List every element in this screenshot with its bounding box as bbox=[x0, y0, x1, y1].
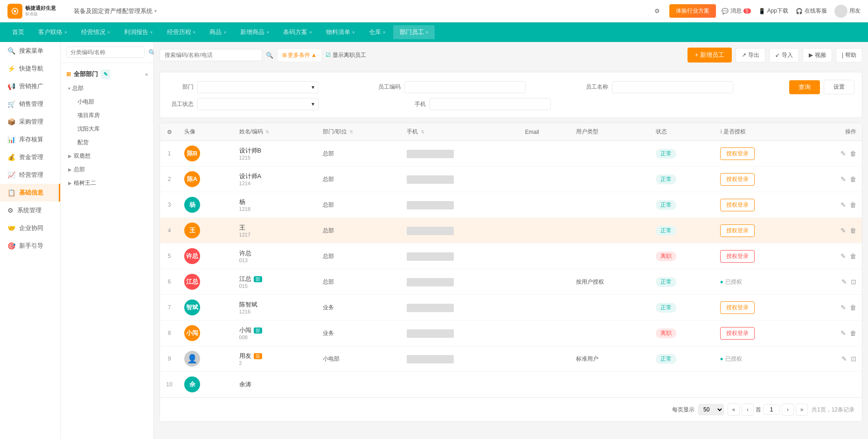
set-button[interactable]: 设置 bbox=[824, 80, 854, 94]
tab-history[interactable]: 经营历程 × bbox=[160, 25, 202, 39]
tab-department-close[interactable]: × bbox=[426, 30, 429, 35]
sidebar-item-collab[interactable]: 🤝 企业协同 bbox=[0, 219, 60, 237]
tree-node-shenyang[interactable]: 沈阳大库 bbox=[61, 122, 153, 136]
tab-barcode-close[interactable]: × bbox=[309, 30, 312, 35]
edit-icon-1[interactable]: ✎ bbox=[840, 150, 846, 157]
sidebar-item-nav[interactable]: ⚡ 快捷导航 bbox=[0, 60, 60, 77]
delete-icon-2[interactable]: 🗑 bbox=[850, 175, 856, 183]
name-sort-icon[interactable]: ⇅ bbox=[265, 129, 269, 134]
sidebar-item-search[interactable]: 🔍 搜索菜单 bbox=[0, 42, 60, 60]
auth-btn-2[interactable]: 授权登录 bbox=[720, 173, 755, 186]
prev-page-btn[interactable]: ‹ bbox=[742, 404, 754, 416]
tab-home[interactable]: 首页 bbox=[6, 25, 31, 39]
tree-node-shuangluxiang[interactable]: ▶ 双鹿想 bbox=[61, 149, 153, 163]
export-button[interactable]: ↗ 导出 bbox=[736, 48, 765, 63]
tab-operations[interactable]: 经营情况 × bbox=[75, 25, 117, 39]
auth-btn-8[interactable]: 授权登录 bbox=[720, 327, 755, 340]
sidebar-item-marketing[interactable]: 📢 营销推广 bbox=[0, 77, 60, 95]
page-size-select[interactable]: 50 20 100 bbox=[698, 404, 724, 415]
tree-node-zhishu[interactable]: ▶ 植树王二 bbox=[61, 176, 153, 190]
edit-icon-8[interactable]: ✎ bbox=[840, 329, 846, 337]
tree-all-dept[interactable]: ⊞ 全部部门 ✎ « bbox=[61, 67, 153, 82]
tab-warehouse[interactable]: 仓库 × bbox=[362, 25, 392, 39]
edit-icon-5[interactable]: ✎ bbox=[840, 252, 846, 260]
tab-profit-close[interactable]: × bbox=[150, 30, 153, 35]
tab-add-goods-close[interactable]: × bbox=[266, 30, 269, 35]
tab-barcode[interactable]: 条码方案 × bbox=[277, 25, 319, 39]
system-title-dropdown[interactable]: ▾ bbox=[154, 8, 157, 14]
tab-goods-close[interactable]: × bbox=[223, 30, 226, 35]
tab-bom[interactable]: 物料清单 × bbox=[319, 25, 361, 39]
page-number-input[interactable] bbox=[763, 404, 780, 415]
tree-node-headquarters[interactable]: ▾ 总部 bbox=[61, 82, 153, 95]
copy-icon-6[interactable]: ⊡ bbox=[851, 278, 856, 286]
tree-node-small-elec[interactable]: 小电部 bbox=[61, 95, 153, 109]
auth-btn-7[interactable]: 授权登录 bbox=[720, 301, 755, 314]
edit-icon-4[interactable]: ✎ bbox=[840, 227, 846, 234]
show-resigned-toggle[interactable]: ☑ 显示离职员工 bbox=[326, 51, 366, 59]
phone-sort-icon[interactable]: ⇅ bbox=[421, 129, 424, 134]
employee-name-input[interactable] bbox=[612, 81, 733, 93]
phone-input[interactable] bbox=[430, 98, 551, 110]
add-employee-button[interactable]: + 新增员工 bbox=[687, 48, 732, 63]
search-input[interactable] bbox=[160, 49, 262, 61]
tab-department[interactable]: 部门员工 × bbox=[393, 25, 435, 39]
import-button[interactable]: ↙ 导入 bbox=[769, 48, 799, 63]
user-action[interactable]: 用友 bbox=[834, 5, 861, 18]
auth-btn-3[interactable]: 授权登录 bbox=[720, 199, 755, 211]
tree-edit-icon[interactable]: ✎ bbox=[101, 70, 110, 79]
tab-warehouse-close[interactable]: × bbox=[383, 30, 386, 35]
auth-btn-1[interactable]: 授权登录 bbox=[720, 147, 755, 160]
service-action[interactable]: 🎧 在线客服 bbox=[796, 7, 827, 15]
more-conditions-button[interactable]: ⊞ 更多条件 ▲ bbox=[277, 49, 322, 62]
delete-icon-3[interactable]: 🗑 bbox=[850, 201, 856, 209]
tab-customer[interactable]: 客户联络 × bbox=[32, 25, 74, 39]
edit-icon-7[interactable]: ✎ bbox=[840, 304, 846, 311]
edit-icon-9[interactable]: ✎ bbox=[841, 355, 847, 362]
help-button[interactable]: | 帮助 bbox=[836, 48, 862, 63]
tab-operations-close[interactable]: × bbox=[107, 30, 110, 35]
trial-button[interactable]: 体验行业方案 bbox=[669, 4, 716, 18]
delete-icon-8[interactable]: 🗑 bbox=[850, 329, 856, 337]
edit-icon-3[interactable]: ✎ bbox=[840, 201, 846, 209]
dept-sort-icon[interactable]: ⇅ bbox=[349, 129, 353, 134]
tree-search-input[interactable] bbox=[66, 47, 145, 58]
auth-btn-5[interactable]: 授权登录 bbox=[720, 250, 755, 263]
sidebar-item-finance[interactable]: 💰 资金管理 bbox=[0, 148, 60, 166]
messages-action[interactable]: 💬 消息 5 bbox=[722, 7, 751, 15]
sidebar-item-inventory[interactable]: 📊 库存核算 bbox=[0, 131, 60, 148]
sidebar-item-guide[interactable]: 🎯 新手引导 bbox=[0, 237, 60, 255]
settings-icon[interactable]: ⚙ bbox=[651, 5, 664, 18]
delete-icon-5[interactable]: 🗑 bbox=[850, 252, 856, 260]
sidebar-item-sales[interactable]: 🛒 销售管理 bbox=[0, 95, 60, 113]
tab-profit[interactable]: 利润报告 × bbox=[118, 25, 160, 39]
tab-bom-close[interactable]: × bbox=[352, 30, 355, 35]
status-select[interactable]: ▾ bbox=[197, 98, 319, 110]
employee-code-input[interactable] bbox=[404, 81, 526, 93]
delete-icon-7[interactable]: 🗑 bbox=[850, 304, 856, 311]
sidebar-item-purchase[interactable]: 📦 采购管理 bbox=[0, 113, 60, 131]
tree-node-hq2[interactable]: ▶ 总部 bbox=[61, 163, 153, 176]
tree-node-project[interactable]: 项目库房 bbox=[61, 109, 153, 122]
video-button[interactable]: ▶ 视频 bbox=[803, 48, 832, 63]
tree-node-delivery[interactable]: 配货 bbox=[61, 136, 153, 149]
tab-history-close[interactable]: × bbox=[193, 30, 196, 35]
dept-select[interactable]: ▾ bbox=[197, 81, 319, 93]
copy-icon-9[interactable]: ⊡ bbox=[851, 355, 856, 362]
next-page-btn[interactable]: › bbox=[782, 404, 794, 416]
sidebar-item-system[interactable]: ⚙ 系统管理 bbox=[0, 202, 60, 219]
edit-icon-2[interactable]: ✎ bbox=[840, 175, 846, 183]
tab-customer-close[interactable]: × bbox=[64, 30, 67, 35]
delete-icon-1[interactable]: 🗑 bbox=[850, 150, 856, 157]
tab-goods[interactable]: 商品 × bbox=[203, 25, 233, 39]
sidebar-item-basic[interactable]: 📋 基础信息 bbox=[0, 184, 60, 202]
tree-collapse-icon[interactable]: « bbox=[145, 72, 148, 77]
delete-icon-4[interactable]: 🗑 bbox=[850, 227, 856, 234]
settings-col-icon[interactable]: ⚙ bbox=[167, 129, 172, 135]
query-button[interactable]: 查询 bbox=[789, 80, 820, 94]
tab-add-goods[interactable]: 新增商品 × bbox=[234, 25, 276, 39]
first-page-btn[interactable]: « bbox=[728, 404, 740, 416]
auth-btn-4[interactable]: 授权登录 bbox=[720, 224, 755, 237]
filter-search-icon[interactable]: 🔍 bbox=[266, 52, 273, 59]
app-download-action[interactable]: 📱 App下载 bbox=[758, 7, 788, 15]
